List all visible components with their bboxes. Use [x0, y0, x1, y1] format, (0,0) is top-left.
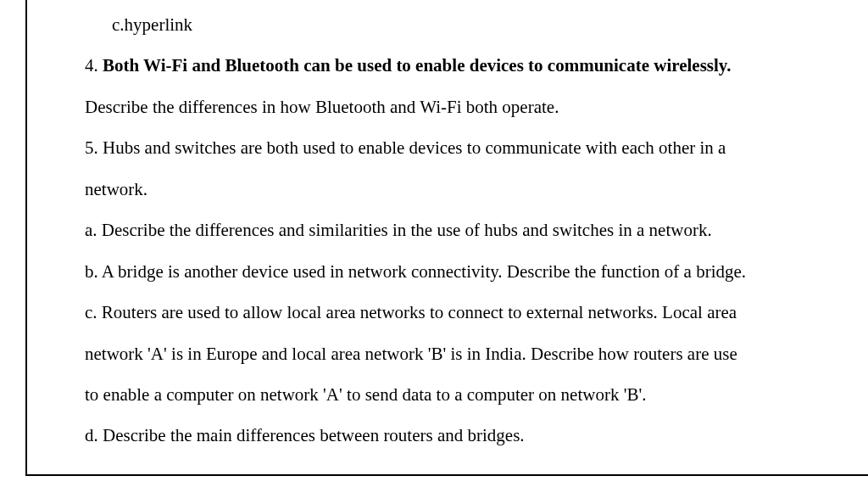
exam-questions-page: c.hyperlink 4. Both Wi-Fi and Bluetooth … [25, 0, 868, 476]
q4-bold-statement: Both Wi-Fi and Bluetooth can be used to … [103, 55, 731, 76]
question-4-line2: Describe the differences in how Bluetoot… [85, 94, 836, 120]
question-4-line1: 4. Both Wi-Fi and Bluetooth can be used … [85, 53, 836, 78]
q4-instruction: Describe the differences in how Bluetoot… [85, 97, 559, 117]
q5a-text: a. Describe the differences and similari… [85, 220, 712, 240]
question-5a: a. Describe the differences and similari… [85, 217, 836, 243]
question-5c-line1: c. Routers are used to allow local area … [85, 299, 836, 325]
q5c-text-3: to enable a computer on network 'A' to s… [85, 384, 646, 405]
question-5-line1: 5. Hubs and switches are both used to en… [85, 135, 836, 160]
question-5b: b. A bridge is another device used in ne… [85, 259, 836, 284]
q5-text-part2: network. [85, 179, 147, 199]
question-3c: c.hyperlink [85, 12, 836, 37]
q5d-text: d. Describe the main differences between… [85, 425, 525, 445]
sub-c-text: c.hyperlink [112, 14, 192, 35]
q4-number: 4. [85, 55, 103, 76]
question-5d: d. Describe the main differences between… [85, 423, 836, 448]
q5-number: 5. [85, 137, 103, 158]
q5c-text-1: c. Routers are used to allow local area … [85, 302, 737, 322]
q5b-text: b. A bridge is another device used in ne… [85, 261, 746, 282]
q5-text-part1: Hubs and switches are both used to enabl… [103, 137, 726, 158]
question-5-line2: network. [85, 176, 836, 202]
q5c-text-2: network 'A' is in Europe and local area … [85, 344, 737, 364]
question-5c-line2: network 'A' is in Europe and local area … [85, 341, 836, 367]
question-5c-line3: to enable a computer on network 'A' to s… [85, 382, 836, 407]
